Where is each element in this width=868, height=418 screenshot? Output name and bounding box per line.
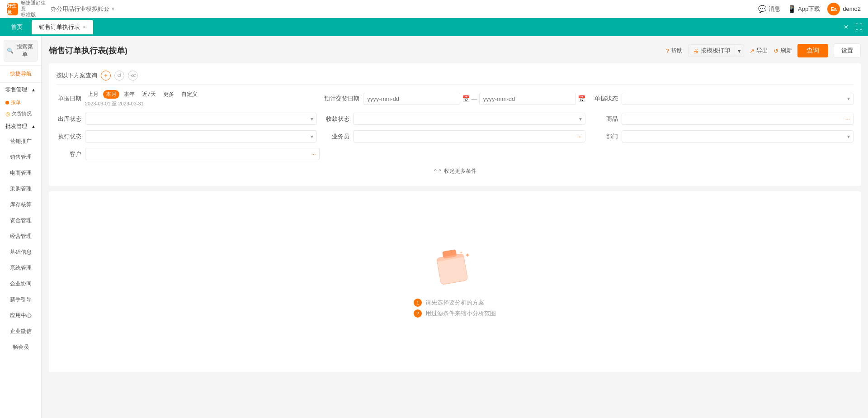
fullscreen-icon[interactable]: ⛶ (854, 21, 864, 33)
date-field-content: 上月 本月 本年 近7天 更多 自定义 2023-03-01 至 2023-03… (85, 90, 317, 107)
sidebar-item-operations[interactable]: 经营管理 (2, 229, 39, 244)
status-select[interactable] (622, 93, 854, 105)
filter-section-title: 按以下方案查询 (56, 71, 97, 80)
collapse-icon: ⌃⌃ (433, 168, 442, 175)
app-download-button[interactable]: 📱 App下载 (788, 5, 820, 13)
expected-date-start-input[interactable] (363, 93, 460, 105)
search-icon: 🔍 (7, 48, 14, 54)
sidebar-item-finance[interactable]: 资金管理 (2, 213, 39, 228)
expected-date-range: 📅 — 📅 (363, 93, 585, 105)
filter-row-4: 客户 ··· (56, 148, 854, 160)
wholesale-arrow-icon: ▲ (31, 124, 36, 129)
collapse-button[interactable]: ⌃⌃ 收起更多条件 (433, 167, 476, 175)
search-menu-button[interactable]: 🔍 搜索菜单 (4, 40, 38, 62)
dept-select[interactable] (622, 130, 854, 142)
query-button[interactable]: 查询 (797, 44, 828, 57)
export-icon: ↗ (750, 48, 755, 54)
print-icon: 🖨 (693, 48, 699, 54)
salesperson-input[interactable] (353, 130, 585, 142)
logo-text: 畅捷通好生意 标准版 (21, 0, 47, 18)
tab-sales-order[interactable]: 销售订单执行表 × (32, 20, 93, 34)
sidebar-item-purchase[interactable]: 采购管理 (2, 181, 39, 196)
goods-input[interactable] (622, 113, 854, 125)
page-actions: ? 帮助 🖨 按模板打印 ▾ ↗ 导出 ↺ 刷新 (666, 43, 861, 58)
export-button[interactable]: ↗ 导出 (750, 47, 768, 55)
sidebar-item-system[interactable]: 系统管理 (2, 261, 39, 276)
exec-status-select[interactable] (85, 130, 317, 142)
tab-custom[interactable]: 自定义 (179, 90, 200, 99)
sidebar-item-member[interactable]: 畅会员 (2, 340, 39, 355)
placeholder-svg: ✦ ✦ (432, 246, 477, 291)
filter-row-3: 执行状态 ▾ 业务员 ··· 部门 (56, 130, 854, 142)
dept-label: 部门 (593, 133, 618, 141)
sidebar-item-wechat[interactable]: 企业微信 (2, 324, 39, 339)
settings-button[interactable]: 设置 (834, 43, 861, 58)
filter-field-delivery: 出库状态 ▾ (56, 113, 317, 125)
reset-scheme-button[interactable]: ↺ (114, 71, 124, 81)
content-area: 销售订单执行表(按单) ? 帮助 🖨 按模板打印 ▾ ↗ 导出 (42, 36, 868, 418)
tab-home[interactable]: 首页 (4, 20, 30, 34)
tab-actions: × ⛶ (842, 21, 864, 33)
placeholder-image: ✦ ✦ (432, 246, 477, 291)
expected-date-end-input[interactable] (479, 93, 576, 105)
tab-bar: 首页 销售订单执行表 × × ⛶ (0, 18, 868, 36)
sidebar-item-by-order[interactable]: 按单 (2, 97, 39, 108)
collapse-row: ⌃⌃ 收起更多条件 (56, 164, 854, 179)
sidebar-item-enterprise[interactable]: 企业协同 (2, 276, 39, 291)
tab-last-month[interactable]: 上月 (85, 90, 101, 99)
status-input-wrap: ▾ (622, 93, 854, 105)
breadcrumb-arrow-icon: ∨ (111, 6, 115, 12)
sidebar-item-quick-nav[interactable]: 快捷导航 (0, 67, 41, 81)
delivery-status-select[interactable] (85, 113, 317, 125)
sidebar: 🔍 搜索菜单 快捷导航 零售管理 ▲ 按单 ◎ 欠货情况 批发管理 ▲ 营销推广… (0, 36, 42, 418)
tab-this-year[interactable]: 本年 (121, 90, 137, 99)
svg-text:✦: ✦ (459, 250, 463, 255)
print-button[interactable]: 🖨 按模板打印 ▾ (688, 44, 744, 57)
message-button[interactable]: 💬 消息 (758, 5, 780, 13)
expected-date-label: 预计交货日期 (324, 95, 359, 103)
refresh-button[interactable]: ↺ 刷新 (774, 47, 792, 55)
sidebar-item-ecommerce[interactable]: 电商管理 (2, 166, 39, 180)
user-name: demo2 (843, 5, 861, 12)
filter-field-exec: 执行状态 ▾ (56, 130, 317, 142)
calendar-start-icon: 📅 (462, 95, 470, 102)
collapse-scheme-button[interactable]: ≪ (128, 71, 138, 81)
svg-text:✦: ✦ (465, 252, 470, 259)
print-dropdown-icon[interactable]: ▾ (735, 46, 744, 56)
customer-input[interactable] (85, 148, 320, 160)
tab-this-month[interactable]: 本月 (103, 90, 119, 99)
breadcrumb[interactable]: 办公用品行业模拟账套 ∨ (51, 5, 115, 13)
app-icon: 📱 (788, 5, 796, 13)
hint-number-2: 2 (414, 309, 422, 318)
customer-label: 客户 (56, 150, 81, 158)
tab-more[interactable]: 更多 (160, 90, 177, 99)
sidebar-item-basic[interactable]: 基础信息 (2, 245, 39, 260)
main-layout: 🔍 搜索菜单 快捷导航 零售管理 ▲ 按单 ◎ 欠货情况 批发管理 ▲ 营销推广… (0, 36, 868, 418)
sidebar-item-sales[interactable]: 销售管理 (2, 150, 39, 165)
date-tabs: 上月 本月 本年 近7天 更多 自定义 (85, 90, 317, 99)
sidebar-item-apps[interactable]: 应用中心 (2, 308, 39, 323)
add-scheme-button[interactable]: + (101, 71, 111, 81)
tab-close-icon[interactable]: × (83, 24, 86, 30)
content-placeholder: ✦ ✦ 1 请先选择要分析的方案 2 用过滤条件来缩小分析范围 (49, 191, 861, 372)
logo-icon: 好生意 (7, 3, 18, 15)
filter-field-date: 单据日期 上月 本月 本年 近7天 更多 自定义 2023-03-01 至 20… (56, 90, 317, 107)
tab-last7[interactable]: 近7天 (139, 90, 159, 99)
close-window-icon[interactable]: × (842, 21, 850, 33)
sidebar-item-debt[interactable]: ◎ 欠货情况 (2, 109, 39, 119)
user-area[interactable]: Ea demo2 (827, 3, 861, 15)
active-dot-icon (5, 101, 9, 104)
sidebar-item-retail[interactable]: 零售管理 ▲ (2, 83, 39, 96)
payment-input-wrap: ▾ (353, 113, 585, 125)
help-button[interactable]: ? 帮助 (666, 47, 683, 55)
filter-panel: 按以下方案查询 + ↺ ≪ 单据日期 上月 本月 本年 近7天 (49, 63, 861, 186)
filter-field-status: 单据状态 ▾ (593, 93, 854, 105)
sidebar-item-inventory[interactable]: 库存核算 (2, 197, 39, 212)
payment-status-select[interactable] (353, 113, 585, 125)
sidebar-item-marketing[interactable]: 营销推广 (2, 134, 39, 149)
logo-area: 好生意 畅捷通好生意 标准版 (7, 0, 47, 18)
sidebar-item-newbie[interactable]: 新手引导 (2, 292, 39, 307)
salesperson-label: 业务员 (324, 133, 349, 141)
sidebar-item-wholesale[interactable]: 批发管理 ▲ (2, 120, 39, 133)
page-header: 销售订单执行表(按单) ? 帮助 🖨 按模板打印 ▾ ↗ 导出 (49, 43, 861, 58)
